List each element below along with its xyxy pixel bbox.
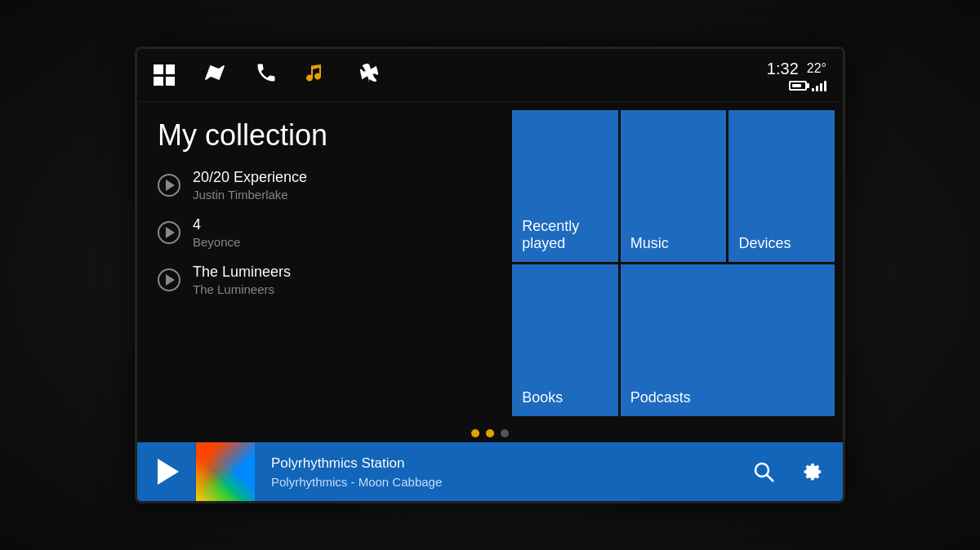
tile-label-books: Books	[522, 389, 563, 406]
album-artwork	[196, 442, 255, 501]
dot-0[interactable]	[471, 429, 479, 437]
map-icon[interactable]	[203, 61, 226, 89]
battery-icon	[789, 81, 807, 91]
tile-podcasts[interactable]: Podcasts	[621, 264, 835, 416]
track-item-1[interactable]: 4 Beyonce	[158, 216, 483, 249]
climate-icon[interactable]	[358, 61, 381, 89]
phone-icon[interactable]	[255, 61, 278, 89]
screen-bezel: 1:32 22°	[135, 47, 845, 503]
player-actions	[748, 456, 843, 487]
tile-music[interactable]: Music	[621, 110, 727, 262]
track-name-0: 20/20 Experience	[193, 169, 307, 186]
nav-icons-group	[154, 61, 767, 89]
home-icon[interactable]	[154, 64, 175, 86]
player-track: Polyrhythmics - Moon Cabbage	[271, 475, 732, 489]
navigation-bar: 1:32 22°	[137, 49, 843, 102]
track-item-2[interactable]: The Lumineers The Lumineers	[158, 264, 483, 296]
player-bar: Polyrhythmics Station Polyrhythmics - Mo…	[137, 442, 843, 501]
track-artist-0: Justin Timberlake	[193, 188, 307, 202]
settings-button[interactable]	[795, 456, 826, 487]
status-area: 1:32 22°	[767, 60, 826, 91]
play-button-0[interactable]	[158, 174, 180, 197]
collection-panel: My collection 20/20 Experience Justin Ti…	[137, 102, 504, 424]
tile-label-recently-played: Recently played	[522, 218, 608, 252]
tile-books[interactable]: Books	[512, 264, 618, 416]
tile-devices[interactable]: Devices	[728, 110, 835, 262]
player-station: Polyrhythmics Station	[271, 455, 732, 472]
svg-point-4	[755, 464, 768, 477]
track-info-1: 4 Beyonce	[193, 216, 240, 249]
player-info: Polyrhythmics Station Polyrhythmics - Mo…	[255, 455, 748, 489]
play-triangle-icon	[158, 459, 179, 485]
status-indicators	[789, 80, 826, 91]
play-button-1[interactable]	[158, 221, 180, 244]
car-background: 1:32 22°	[0, 0, 980, 550]
tiles-panel: Recently played Music Devices Books Podc…	[504, 102, 843, 424]
collection-title: My collection	[158, 118, 483, 153]
dot-2[interactable]	[501, 429, 509, 437]
main-content: My collection 20/20 Experience Justin Ti…	[137, 102, 843, 424]
svg-line-5	[767, 475, 773, 481]
search-button[interactable]	[748, 456, 779, 487]
track-item-0[interactable]: 20/20 Experience Justin Timberlake	[158, 169, 483, 202]
track-list: 20/20 Experience Justin Timberlake 4 Bey…	[158, 169, 483, 296]
tile-label-music: Music	[630, 235, 669, 252]
track-artist-2: The Lumineers	[193, 282, 291, 296]
time-display: 1:32	[767, 60, 799, 78]
player-play-button[interactable]	[137, 442, 196, 501]
search-icon	[752, 460, 775, 483]
signal-icon	[812, 80, 826, 91]
pagination-dots	[137, 424, 843, 442]
artwork-pattern	[196, 442, 255, 501]
track-artist-1: Beyonce	[193, 235, 240, 249]
dot-1[interactable]	[486, 429, 494, 437]
temperature-display: 22°	[807, 61, 826, 76]
svg-marker-0	[206, 66, 224, 79]
tile-label-podcasts: Podcasts	[630, 389, 691, 406]
track-name-2: The Lumineers	[193, 264, 291, 281]
gear-icon	[799, 459, 823, 484]
track-name-1: 4	[193, 216, 240, 233]
track-info-2: The Lumineers The Lumineers	[193, 264, 291, 296]
play-button-2[interactable]	[158, 268, 180, 291]
tile-recently-played[interactable]: Recently played	[512, 110, 618, 262]
music-icon[interactable]	[306, 61, 329, 89]
track-info-0: 20/20 Experience Justin Timberlake	[193, 169, 307, 202]
tile-label-devices: Devices	[738, 235, 791, 252]
